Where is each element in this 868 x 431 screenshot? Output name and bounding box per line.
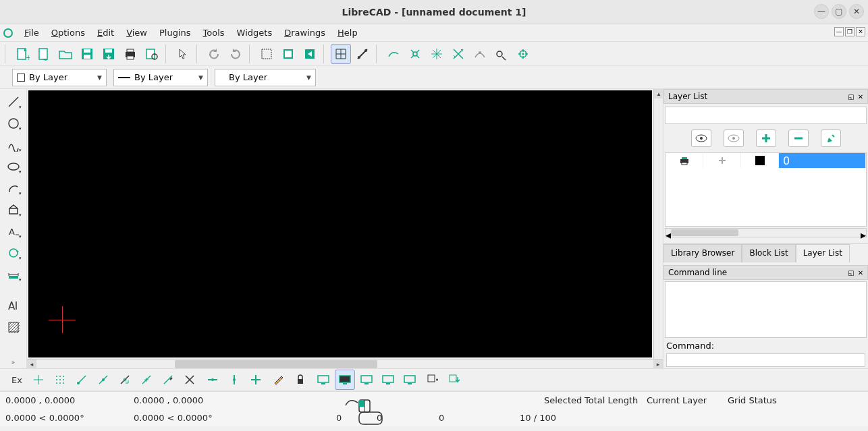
panel-float-button[interactable]: ◱ [847,268,855,277]
curve-tool-button[interactable]: ▾ [3,135,24,155]
linetype-swatch-icon [118,77,130,78]
arc-tool-button[interactable]: ▾ [3,178,24,198]
restrict-horizontal-button[interactable] [202,370,223,390]
tab-layer-list[interactable]: Layer List [796,244,850,262]
layer-row[interactable]: 0 [666,153,866,168]
block-add-button[interactable] [423,370,443,390]
snap-free-button[interactable] [383,44,404,64]
ex-snap-button[interactable]: Ex [7,370,27,390]
layer-filter-input[interactable] [665,107,867,124]
open-button[interactable] [55,44,76,64]
relative-zero-button[interactable] [269,370,289,390]
snap-middle-button[interactable] [513,44,533,64]
menu-view[interactable]: View [121,26,153,40]
redo-button[interactable] [225,44,246,64]
screen4-button[interactable] [378,370,398,390]
mdi-close-button[interactable]: ✕ [856,27,865,36]
zoom-previous-button[interactable] [300,44,320,64]
restrict-vertical-button[interactable] [224,370,244,390]
menu-options[interactable]: Options [46,26,90,40]
menu-plugins[interactable]: Plugins [154,26,196,40]
command-input[interactable] [666,353,865,367]
snap-middle2-button[interactable] [136,370,157,390]
polyline-tool-button[interactable]: ▾ [3,200,24,220]
restrict-ortho-button[interactable] [246,370,266,390]
tab-block-list[interactable]: Block List [742,244,795,262]
snap-grid-button[interactable] [50,370,70,390]
snap-endpoint2-button[interactable] [72,370,92,390]
lock-relative-zero-button[interactable] [290,370,310,390]
grid-toggle-button[interactable] [331,44,351,64]
screen5-button[interactable] [400,370,420,390]
menu-widgets[interactable]: Widgets [232,26,278,40]
layer-edit-button[interactable] [821,130,841,147]
vertical-scrollbar[interactable]: ▴ [653,89,663,359]
block-insert-button[interactable] [444,370,464,390]
snap-endpoint-button[interactable] [405,44,425,64]
snap-intersection2-button[interactable] [180,370,200,390]
snap-distance-button[interactable] [491,44,512,64]
snap-distance2-button[interactable] [158,370,178,390]
horizontal-scrollbar[interactable]: ◂ ▸ [27,359,663,368]
panel-close-button[interactable]: ✕ [857,92,865,100]
lineweight-combo[interactable]: By Layer ▼ [215,69,316,86]
panel-float-button[interactable]: ◱ [847,92,855,100]
hatch-tool-button[interactable] [3,317,24,337]
zoom-extents-button[interactable] [278,44,298,64]
layer-show-all-button[interactable] [691,130,711,147]
snap-intersection-button[interactable] [448,44,468,64]
drawing-canvas[interactable] [28,90,652,357]
color-combo[interactable]: By Layer ▼ [12,69,107,86]
menu-edit[interactable]: Edit [92,26,119,40]
mtext-tool-button[interactable]: A▾ [3,221,24,241]
text-tool-button[interactable]: A [3,295,24,316]
close-button[interactable]: ✕ [849,4,864,19]
zoom-window-button[interactable] [256,44,277,64]
minimize-button[interactable]: — [814,4,829,19]
undo-button[interactable] [204,44,224,64]
svg-point-44 [59,379,61,380]
snap-center2-button[interactable] [115,370,135,390]
print-preview-button[interactable] [142,44,162,64]
menu-tools[interactable]: Tools [198,26,230,40]
panel-close-button[interactable]: ✕ [857,268,865,277]
new-file-button[interactable]: + [12,44,32,64]
snap-on-entity-button[interactable] [470,44,490,64]
screen3-button[interactable] [356,370,377,390]
snap-on-entity2-button[interactable] [93,370,113,390]
circle-tool-button[interactable]: ▾ [3,113,24,134]
layer-name-cell[interactable]: 0 [779,153,866,168]
print-button[interactable] [120,44,140,64]
layer-remove-button[interactable] [788,130,809,147]
draft-mode-button[interactable] [352,44,373,64]
layer-list-panel-header[interactable]: Layer List ◱✕ [663,89,868,104]
menu-help[interactable]: Help [332,26,363,40]
rotate-tool-button[interactable]: ▾ [3,243,24,263]
ellipse-tool-button[interactable]: ▾ [3,156,24,177]
tab-library-browser[interactable]: Library Browser [663,244,742,262]
new-template-button[interactable] [34,44,54,64]
layer-hide-all-button[interactable] [724,130,744,147]
snap-free2-button[interactable] [28,370,49,390]
snap-center-button[interactable] [427,44,447,64]
linetype-combo[interactable]: By Layer ▼ [113,69,208,86]
layer-list[interactable]: 0 [665,152,867,227]
mdi-minimize-button[interactable]: — [834,27,844,36]
screen2-button[interactable] [335,370,355,390]
toolbar-overflow-button[interactable]: » [9,356,18,368]
menu-drawings[interactable]: Drawings [279,26,331,40]
command-line-panel-header[interactable]: Command line ◱✕ [663,265,868,280]
save-as-button[interactable] [99,44,119,64]
command-output[interactable] [665,281,867,338]
svg-rect-38 [682,157,687,159]
screen1-button[interactable] [313,370,333,390]
menu-file[interactable]: File [19,26,45,40]
dimension-tool-button[interactable]: ▾ [3,264,24,285]
layer-hscrollbar[interactable]: ◂▸ [665,228,867,237]
save-button[interactable] [77,44,97,64]
mdi-restore-button[interactable]: ❐ [845,27,855,36]
pointer-button[interactable] [173,44,193,64]
maximize-button[interactable]: ▢ [832,4,846,19]
line-tool-button[interactable]: ▾ [3,92,24,112]
layer-add-button[interactable] [756,130,776,147]
